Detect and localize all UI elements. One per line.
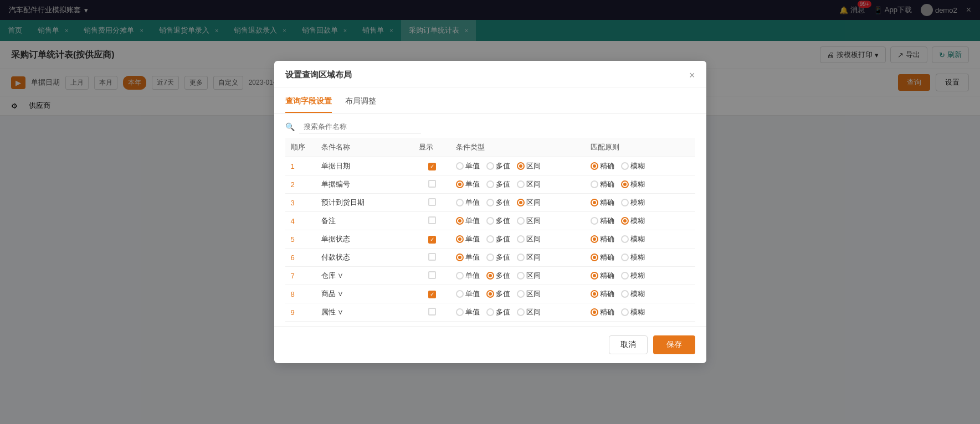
tab-layout-adjust[interactable]: 布局调整: [345, 93, 376, 113]
dialog-search-area: 🔍: [274, 113, 706, 116]
settings-dialog: 设置查询区域布局 × 查询字段设置 布局调整 🔍 顺序 条件名称 显示: [274, 61, 706, 116]
dialog-title: 设置查询区域布局: [285, 70, 352, 80]
dialog-close-button[interactable]: ×: [689, 70, 695, 80]
dialog-tabs: 查询字段设置 布局调整: [274, 87, 706, 113]
dialog-header: 设置查询区域布局 ×: [274, 61, 706, 87]
modal-overlay: 设置查询区域布局 × 查询字段设置 布局调整 🔍 顺序 条件名称 显示: [0, 0, 980, 116]
tab-query-fields[interactable]: 查询字段设置: [285, 93, 332, 113]
